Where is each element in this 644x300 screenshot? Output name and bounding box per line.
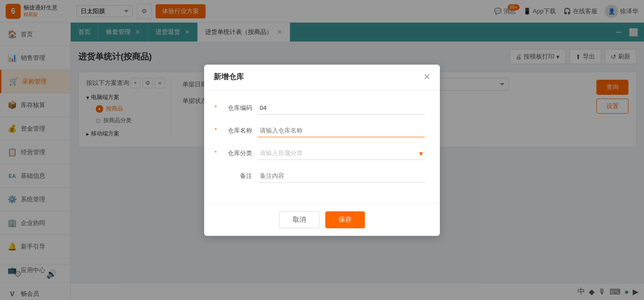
warehouse-name-label: 仓库名称 [219, 126, 252, 135]
modal-overlay: 新增仓库 ✕ 仓库编码 仓库名称 仓库分类 请输入所属分类 ▾ [0, 0, 644, 300]
remarks-label: 备注 [219, 172, 252, 180]
modal-close-button[interactable]: ✕ [423, 73, 430, 81]
form-row-name: 仓库名称 [219, 124, 425, 137]
modal-body: 仓库编码 仓库名称 仓库分类 请输入所属分类 ▾ 备注 [204, 90, 440, 203]
warehouse-code-label: 仓库编码 [219, 104, 252, 112]
warehouse-name-input[interactable] [258, 124, 425, 137]
cancel-button[interactable]: 取消 [279, 211, 320, 228]
form-row-category: 仓库分类 请输入所属分类 ▾ [219, 147, 425, 160]
remarks-input[interactable] [258, 169, 425, 183]
form-row-remarks: 备注 [219, 169, 425, 183]
form-row-code: 仓库编码 [219, 101, 425, 115]
modal-title: 新增仓库 [214, 72, 244, 82]
warehouse-category-label: 仓库分类 [219, 149, 252, 158]
warehouse-category-wrapper: 请输入所属分类 ▾ [258, 147, 425, 160]
save-button[interactable]: 保存 [325, 211, 365, 228]
new-warehouse-modal: 新增仓库 ✕ 仓库编码 仓库名称 仓库分类 请输入所属分类 ▾ [204, 65, 440, 236]
modal-header: 新增仓库 ✕ [204, 65, 440, 90]
modal-footer: 取消 保存 [204, 203, 440, 236]
warehouse-category-select[interactable]: 请输入所属分类 [258, 147, 425, 160]
warehouse-code-input[interactable] [258, 101, 425, 115]
